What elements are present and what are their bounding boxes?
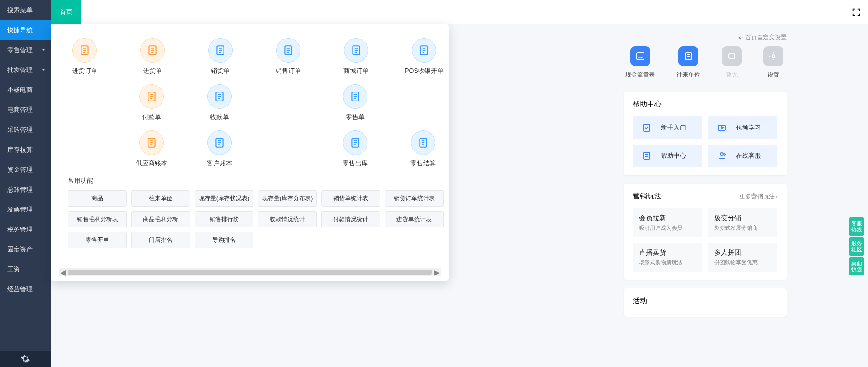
customize-link[interactable]: 首页自定义设置 bbox=[624, 34, 787, 42]
marketing-item[interactable]: 会员拉新吸引用户成为会员 bbox=[633, 208, 702, 237]
common-fn-button[interactable]: 收款情况统计 bbox=[258, 211, 317, 227]
shortcut-item[interactable]: 暂无 bbox=[722, 46, 742, 79]
help-icon bbox=[639, 120, 654, 135]
flow-node[interactable]: 进货订单 bbox=[73, 38, 96, 75]
scroll-right-icon[interactable]: ▶ bbox=[433, 268, 441, 276]
document-icon bbox=[208, 38, 233, 63]
common-fn-label: 导购排名 bbox=[212, 236, 236, 244]
gear-icon bbox=[20, 354, 30, 364]
scroll-left-icon[interactable]: ◀ bbox=[59, 268, 67, 276]
flow-node[interactable]: 零售出库 bbox=[344, 130, 367, 168]
sidebar-settings[interactable] bbox=[0, 351, 51, 367]
document-icon bbox=[411, 130, 435, 155]
float-sidebar: 客服热线服务社区桌面快捷 bbox=[849, 217, 864, 275]
marketing-item[interactable]: 直播卖货场景式购物新玩法 bbox=[633, 243, 702, 272]
common-fn-button[interactable]: 销售排行榜 bbox=[195, 211, 253, 227]
sidebar-item-10[interactable]: 发票管理 bbox=[0, 199, 51, 219]
fullscreen-button[interactable] bbox=[849, 5, 863, 19]
common-fn-label: 收款情况统计 bbox=[270, 215, 305, 223]
flow-label: 零售单 bbox=[346, 113, 365, 121]
float-chip[interactable]: 客服热线 bbox=[849, 217, 864, 236]
common-fn-button[interactable]: 门店排名 bbox=[131, 232, 190, 248]
common-fn-button[interactable]: 零售开单 bbox=[68, 232, 127, 248]
flow-node[interactable]: 收款单 bbox=[208, 84, 231, 121]
horizontal-scrollbar[interactable]: ◀ ▶ bbox=[59, 268, 441, 276]
sidebar-item-4[interactable]: 小畅电商 bbox=[0, 80, 51, 100]
help-item[interactable]: 在线客服 bbox=[708, 145, 777, 167]
help-item[interactable]: 帮助中心 bbox=[633, 145, 702, 167]
flow-label: 销货单 bbox=[211, 67, 230, 75]
flow-node[interactable]: 销货单 bbox=[209, 38, 232, 75]
common-fn-button[interactable]: 商品 bbox=[68, 190, 127, 207]
flow-node[interactable]: 零售结算 bbox=[412, 130, 434, 168]
shortcut-label: 暂无 bbox=[726, 71, 738, 79]
help-item[interactable]: 视频学习 bbox=[708, 116, 777, 139]
document-icon bbox=[139, 84, 164, 109]
shortcut-item[interactable]: 现金流量表 bbox=[625, 46, 655, 79]
flow-node[interactable]: 供应商账本 bbox=[140, 130, 163, 168]
common-fn-label: 商品 bbox=[91, 194, 103, 203]
flow-node[interactable]: 付款单 bbox=[140, 84, 163, 121]
flow-node[interactable]: POS收银开单 bbox=[413, 38, 435, 75]
common-fn-button[interactable]: 销货订单统计表 bbox=[385, 190, 444, 207]
float-chip[interactable]: 桌面快捷 bbox=[849, 257, 864, 275]
flow-node[interactable]: 客户账本 bbox=[208, 130, 231, 168]
common-functions-title: 常用功能 bbox=[68, 177, 440, 185]
help-label: 在线客服 bbox=[736, 152, 761, 160]
sidebar-item-0[interactable]: 搜索菜单 bbox=[0, 0, 51, 20]
help-label: 帮助中心 bbox=[661, 152, 686, 160]
sidebar-item-label: 批发管理 bbox=[7, 60, 33, 80]
flow-node[interactable]: 零售单 bbox=[344, 84, 367, 121]
common-fn-button[interactable]: 销货单统计表 bbox=[321, 190, 380, 207]
sidebar-item-label: 发票管理 bbox=[7, 199, 33, 219]
sidebar-item-9[interactable]: 总账管理 bbox=[0, 179, 51, 199]
help-icon bbox=[714, 148, 730, 164]
common-fn-button[interactable]: 现存量(库存分布表) bbox=[258, 190, 317, 207]
sidebar-item-14[interactable]: 经营管理 bbox=[0, 279, 51, 299]
tab-home[interactable]: 首页 bbox=[51, 0, 81, 24]
sidebar-item-13[interactable]: 工资 bbox=[0, 259, 51, 279]
sidebar-item-5[interactable]: 电商管理 bbox=[0, 100, 51, 120]
help-item[interactable]: 新手入门 bbox=[633, 116, 702, 139]
flow-node[interactable]: 进货单 bbox=[141, 38, 164, 75]
chevron-down-icon bbox=[42, 49, 45, 51]
sidebar-item-label: 工资 bbox=[7, 259, 20, 279]
marketing-item-title: 多人拼团 bbox=[714, 248, 771, 257]
sidebar-item-1[interactable]: 快捷导航 bbox=[0, 20, 51, 40]
common-fn-button[interactable]: 往来单位 bbox=[131, 190, 190, 207]
sidebar-item-7[interactable]: 库存核算 bbox=[0, 140, 51, 159]
marketing-item[interactable]: 多人拼团拼团购物享受优惠 bbox=[708, 243, 777, 272]
activity-card: 活动 bbox=[624, 288, 787, 317]
sidebar-item-8[interactable]: 资金管理 bbox=[0, 159, 51, 179]
flow-label: 销售订单 bbox=[276, 67, 301, 75]
common-fn-button[interactable]: 付款情况统计 bbox=[321, 211, 380, 227]
common-fn-label: 销货订单统计表 bbox=[394, 194, 435, 203]
common-fn-button[interactable]: 销售毛利分析表 bbox=[68, 211, 127, 227]
more-label: 更多营销玩法 bbox=[739, 193, 775, 201]
sidebar-item-label: 搜索菜单 bbox=[7, 0, 33, 20]
sidebar-item-label: 资金管理 bbox=[7, 159, 33, 179]
sidebar-item-3[interactable]: 批发管理 bbox=[0, 60, 51, 80]
common-fn-button[interactable]: 进货单统计表 bbox=[385, 211, 444, 227]
shortcut-item[interactable]: 设置 bbox=[763, 46, 783, 79]
common-fn-button[interactable]: 现存量(库存状况表) bbox=[195, 190, 253, 207]
sidebar-item-12[interactable]: 固定资产 bbox=[0, 239, 51, 259]
float-chip[interactable]: 服务社区 bbox=[849, 237, 864, 256]
sidebar-item-6[interactable]: 采购管理 bbox=[0, 120, 51, 140]
marketing-item[interactable]: 裂变分销裂变式发展分销商 bbox=[708, 208, 777, 237]
flow-node[interactable]: 销售订单 bbox=[277, 38, 300, 75]
sidebar-item-2[interactable]: 零售管理 bbox=[0, 40, 51, 60]
sidebar-item-label: 电商管理 bbox=[7, 100, 33, 120]
marketing-more[interactable]: 更多营销玩法 › bbox=[739, 193, 777, 201]
common-fn-label: 门店排名 bbox=[149, 236, 172, 244]
common-fn-label: 往来单位 bbox=[149, 194, 172, 203]
flow-node[interactable]: 商城订单 bbox=[345, 38, 367, 75]
common-fn-button[interactable]: 导购排名 bbox=[195, 232, 253, 248]
sidebar-item-11[interactable]: 税务管理 bbox=[0, 219, 51, 239]
document-icon bbox=[343, 130, 367, 155]
shortcut-item[interactable]: 往来单位 bbox=[677, 46, 700, 79]
sidebar-item-label: 快捷导航 bbox=[7, 20, 33, 40]
common-fn-button[interactable]: 商品毛利分析 bbox=[131, 211, 190, 227]
scroll-thumb[interactable] bbox=[68, 270, 432, 275]
svg-point-66 bbox=[724, 154, 725, 155]
